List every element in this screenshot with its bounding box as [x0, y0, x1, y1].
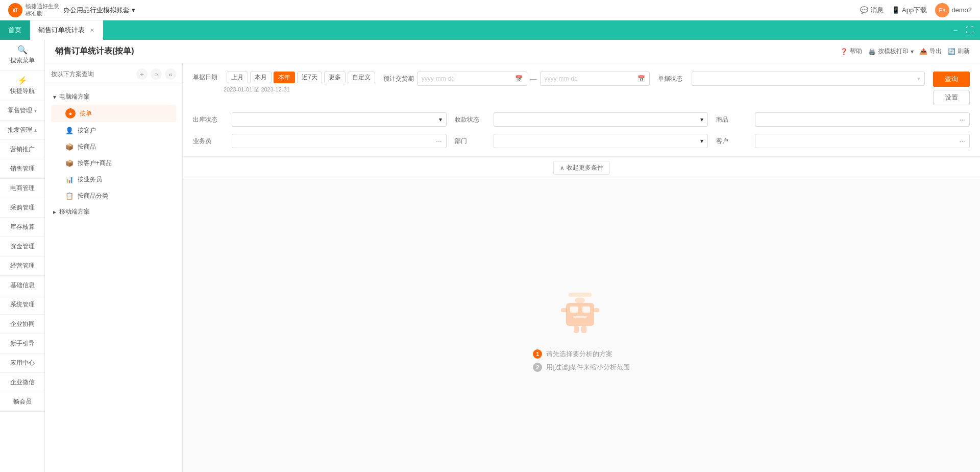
product-dots-icon[interactable]: ··· — [959, 115, 965, 124]
tree-item-by-cust-prod[interactable]: 📦 按客户+商品 — [51, 155, 176, 171]
sidebar-item-corp-wechat[interactable]: 企业微信 — [0, 373, 44, 392]
tab-maximize-icon[interactable]: ⛶ — [966, 26, 974, 35]
tree-item-by-category[interactable]: 📋 按商品分类 — [51, 188, 176, 204]
sidebar-label-quick-nav: 快捷导航 — [10, 87, 35, 96]
product-label: 商品 — [716, 115, 747, 124]
this-year-btn[interactable]: 本年 — [274, 72, 295, 83]
collapse-icon: ∧ — [560, 164, 565, 172]
content-area: 销售订单统计表(按单) ❓ 帮助 🖨️ 按模板打印 ▾ 📤 导出 🔄 刷新 — [45, 40, 980, 472]
salesman-dots-icon[interactable]: ··· — [436, 137, 442, 145]
dept-chevron-icon: ▾ — [700, 137, 703, 145]
sidebar-item-app-center[interactable]: 应用中心 — [0, 353, 44, 373]
customer-select[interactable]: ··· — [755, 134, 970, 148]
left-panel-title: 按以下方案查询 — [51, 70, 133, 79]
app-download-btn[interactable]: 📱 App下载 — [892, 6, 927, 15]
plus-icon: + — [140, 70, 144, 78]
this-month-btn[interactable]: 本月 — [250, 72, 272, 83]
sidebar-item-purchase[interactable]: 采购管理 — [0, 198, 44, 218]
sidebar-item-corp-coop[interactable]: 企业协同 — [0, 315, 44, 334]
sidebar-item-ecommerce[interactable]: 电商管理 — [0, 179, 44, 198]
calendar-start-icon: 📅 — [515, 75, 523, 82]
refresh-btn[interactable]: 🔄 刷新 — [948, 47, 970, 56]
print-icon: 🖨️ — [868, 48, 876, 55]
filter-row-2: 出库状态 ▾ 收款状态 ▾ 商品 ··· — [193, 112, 970, 127]
date-separator: — — [530, 75, 537, 83]
sidebar-label-basic-info: 基础信息 — [10, 281, 35, 290]
sidebar-label-purchase: 采购管理 — [10, 203, 35, 212]
collapse-panel-btn[interactable]: « — [165, 68, 176, 80]
sidebar-item-search[interactable]: 🔍 搜索菜单 — [0, 40, 44, 70]
sidebar-item-basic-info[interactable]: 基础信息 — [0, 276, 44, 295]
sidebar-label-system: 系统管理 — [10, 300, 35, 309]
help-btn[interactable]: ❓ 帮助 — [840, 47, 862, 56]
svg-rect-3 — [573, 316, 587, 318]
empty-hint-1: 1 请先选择要分析的方案 — [533, 349, 629, 359]
tab-bar: 首页 销售订单统计表 ✕ － ⛶ — [0, 20, 980, 40]
sidebar-label-search: 搜索菜单 — [10, 56, 35, 65]
last-month-btn[interactable]: 上月 — [227, 72, 248, 83]
settings-btn[interactable]: 设置 — [933, 90, 970, 105]
tree-group-mobile-chevron-icon: ▸ — [53, 208, 56, 216]
tab-sales-stat[interactable]: 销售订单统计表 ✕ — [30, 20, 103, 40]
add-scheme-btn[interactable]: + — [136, 68, 148, 80]
sidebar-item-system[interactable]: 系统管理 — [0, 295, 44, 315]
tree-item-by-customer[interactable]: 👤 按客户 — [51, 123, 176, 138]
collapse-more-btn[interactable]: ∧ 收起更多条件 — [553, 161, 610, 175]
delivery-chevron-icon: ▾ — [439, 116, 442, 123]
expected-date-end[interactable]: yyyy-mm-dd 📅 — [540, 72, 650, 86]
payment-status-select[interactable]: ▾ — [494, 112, 708, 127]
tree-item-by-product-label: 按商品 — [78, 143, 96, 151]
expected-date-start[interactable]: yyyy-mm-dd 📅 — [417, 72, 527, 86]
sidebar-item-inventory[interactable]: 库存核算 — [0, 218, 44, 237]
user-menu[interactable]: Ea demo2 — [935, 3, 972, 17]
search-icon: 🔍 — [17, 45, 28, 55]
company-select[interactable]: 办公用品行业模拟账套 ▾ — [63, 6, 135, 15]
page-title: 销售订单统计表(按单) — [55, 46, 134, 63]
delivery-status-select[interactable]: ▾ — [232, 112, 447, 127]
home-tab-label: 首页 — [8, 26, 21, 35]
retail-arrow-icon: ▾ — [34, 108, 37, 113]
department-select[interactable]: ▾ — [494, 134, 708, 148]
query-btn[interactable]: 查询 — [933, 72, 970, 87]
payment-chevron-icon: ▾ — [700, 116, 703, 123]
tree-item-by-product[interactable]: 📦 按商品 — [51, 139, 176, 155]
tree-item-by-order[interactable]: ● 按单 — [51, 105, 176, 122]
custom-btn[interactable]: 自定义 — [348, 72, 375, 83]
salesman-select[interactable]: ··· — [232, 134, 447, 148]
calendar-end-icon: 📅 — [638, 75, 645, 82]
left-panel-icons: + ○ « — [136, 68, 176, 80]
message-btn[interactable]: 💬 消息 — [860, 6, 884, 15]
export-btn[interactable]: 📤 导出 — [920, 47, 942, 56]
sidebar-item-operations[interactable]: 经营管理 — [0, 256, 44, 276]
tab-home[interactable]: 首页 — [0, 20, 30, 40]
sidebar-item-new-guide[interactable]: 新手引导 — [0, 334, 44, 353]
tab-minimize-icon[interactable]: － — [951, 25, 960, 36]
template-print-btn[interactable]: 🖨️ 按模板打印 ▾ — [868, 47, 914, 56]
doc-status-select[interactable]: ▾ — [692, 72, 925, 86]
product-select[interactable]: ··· — [755, 112, 970, 127]
scheme-settings-btn[interactable]: ○ — [151, 68, 162, 80]
tree-item-by-salesman-label: 按业务员 — [78, 175, 102, 184]
cust-prod-icon: 📦 — [65, 159, 74, 168]
sidebar-item-marketing[interactable]: 营销推广 — [0, 140, 44, 159]
tab-close-icon[interactable]: ✕ — [90, 27, 94, 34]
sidebar-item-retail[interactable]: 零售管理 ▾ — [0, 101, 44, 121]
page-header: 销售订单统计表(按单) ❓ 帮助 🖨️ 按模板打印 ▾ 📤 导出 🔄 刷新 — [45, 40, 980, 63]
tree-group-mobile-header[interactable]: ▸ 移动端方案 — [49, 204, 178, 219]
last-7days-btn[interactable]: 近7天 — [297, 72, 322, 83]
sidebar-item-sales-mgmt[interactable]: 销售管理 — [0, 159, 44, 179]
customer-dots-icon[interactable]: ··· — [959, 137, 965, 145]
sidebar-label-app-center: 应用中心 — [10, 359, 35, 367]
sidebar-item-wholesale[interactable]: 批发管理 ▴ — [0, 121, 44, 140]
top-bar-right: 💬 消息 📱 App下载 Ea demo2 — [860, 3, 972, 17]
tree-item-by-salesman[interactable]: 📊 按业务员 — [51, 172, 176, 187]
export-icon: 📤 — [920, 48, 927, 55]
sidebar-item-finance[interactable]: 资金管理 — [0, 237, 44, 256]
sidebar-label-member: 畅会员 — [13, 397, 32, 406]
tree-group-pc-header[interactable]: ▾ 电脑端方案 — [49, 89, 178, 104]
customer-label: 客户 — [716, 137, 747, 146]
sidebar-item-quick-nav[interactable]: ⚡ 快捷导航 — [0, 70, 44, 101]
right-area: 单据日期 上月 本月 本年 近7天 更多 自定义 — [183, 63, 980, 472]
more-btn[interactable]: 更多 — [324, 72, 346, 83]
sidebar-item-member[interactable]: 畅会员 — [0, 392, 44, 412]
